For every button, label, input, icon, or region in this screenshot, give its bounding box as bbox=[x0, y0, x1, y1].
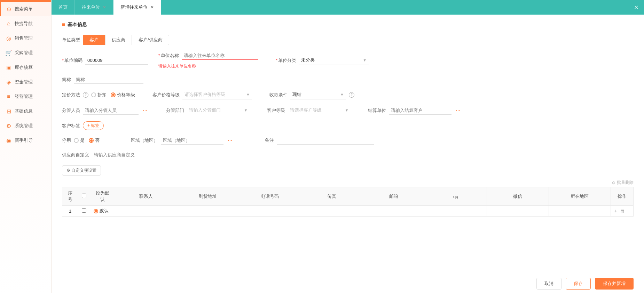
unit-type-group: 客户 供应商 客户/供应商 bbox=[83, 35, 169, 45]
sidebar-item-basic[interactable]: ⊞ 基础信息 bbox=[0, 104, 51, 119]
pricing-level-radio[interactable] bbox=[111, 92, 116, 97]
manager-input[interactable] bbox=[83, 106, 139, 115]
row-check[interactable] bbox=[78, 206, 90, 217]
unit-name-input[interactable] bbox=[182, 51, 258, 60]
row-wechat[interactable] bbox=[487, 206, 549, 217]
row-delete-button[interactable]: 🗑 bbox=[620, 208, 625, 214]
pricing-help-icon[interactable]: ? bbox=[83, 92, 88, 98]
sidebar-item-label: 快捷导航 bbox=[15, 21, 33, 27]
manager-more-icon[interactable]: ··· bbox=[141, 107, 149, 114]
unit-type-customer[interactable]: 客户 bbox=[83, 35, 105, 45]
save-new-button[interactable]: 保存并新增 bbox=[595, 278, 634, 290]
short-name-input[interactable] bbox=[74, 75, 143, 84]
customer-level-select[interactable]: 请选择客户等级 ▼ bbox=[288, 106, 351, 115]
disabled-no[interactable]: 否 bbox=[89, 137, 100, 144]
payment-help-icon[interactable]: ? bbox=[349, 92, 354, 98]
short-name-label: 简称 bbox=[62, 76, 71, 83]
pricing-discount[interactable]: 折扣 bbox=[91, 92, 107, 98]
disabled-yes[interactable]: 是 bbox=[74, 137, 85, 144]
sidebar-item-finance[interactable]: ◈ 资金管理 bbox=[0, 75, 51, 89]
sidebar-item-search[interactable]: ⊙ 搜索菜单 bbox=[0, 2, 51, 16]
sidebar-item-purchase[interactable]: 🛒 采购管理 bbox=[0, 46, 51, 60]
select-all-checkbox[interactable] bbox=[82, 194, 86, 198]
disabled-no-radio[interactable] bbox=[89, 138, 94, 143]
disabled-no-label: 否 bbox=[95, 137, 100, 144]
col-contact: 联系人 bbox=[115, 187, 177, 206]
disabled-yes-radio[interactable] bbox=[74, 138, 79, 143]
cancel-button[interactable]: 取消 bbox=[536, 278, 561, 290]
customer-price-level-select[interactable]: 请选择客户价格等级 ▼ bbox=[182, 90, 252, 99]
row-phone[interactable] bbox=[239, 206, 301, 217]
contact-input[interactable] bbox=[119, 209, 173, 214]
sidebar-item-guide[interactable]: ◉ 新手引导 bbox=[0, 133, 51, 148]
tab-home[interactable]: 首页 bbox=[52, 0, 75, 15]
col-address: 到货地址 bbox=[177, 187, 239, 206]
close-all-button[interactable]: ✕ bbox=[628, 0, 644, 15]
col-seq: 序号 bbox=[62, 187, 78, 206]
pricing-discount-radio[interactable] bbox=[91, 92, 96, 97]
sidebar-item-label: 经营管理 bbox=[15, 93, 33, 100]
settlement-unit-label: 结算单位 bbox=[368, 107, 386, 114]
department-field: 分管部门 请输入分管部门 ▼ bbox=[166, 106, 250, 115]
row-address[interactable] bbox=[177, 206, 239, 217]
save-button[interactable]: 保存 bbox=[566, 278, 591, 290]
phone-input[interactable] bbox=[243, 209, 297, 214]
tabs-bar: 首页 往来单位 ✕ 新增往来单位 ✕ ✕ bbox=[52, 0, 644, 15]
finance-icon: ◈ bbox=[6, 79, 12, 85]
sidebar-item-quick-nav[interactable]: ⌂ 快捷导航 bbox=[0, 16, 51, 31]
wechat-input[interactable] bbox=[490, 209, 545, 214]
supplier-custom-input[interactable] bbox=[92, 151, 168, 159]
settlement-more-icon[interactable]: ··· bbox=[454, 107, 462, 114]
unit-type-supplier[interactable]: 供应商 bbox=[105, 35, 132, 45]
sidebar-item-label: 采购管理 bbox=[15, 50, 33, 56]
pricing-level[interactable]: 价格等级 bbox=[111, 92, 135, 98]
unit-code-input[interactable] bbox=[85, 56, 148, 65]
sidebar-item-sales[interactable]: ◎ 销售管理 bbox=[0, 31, 51, 46]
col-check[interactable] bbox=[78, 187, 90, 206]
unit-type-both[interactable]: 客户/供应商 bbox=[132, 35, 169, 45]
row-email[interactable] bbox=[363, 206, 425, 217]
sidebar-item-inventory[interactable]: ▣ 库存核算 bbox=[0, 60, 51, 75]
manager-row: 分管人员 ··· 分管部门 请输入分管部门 ▼ 客户等级 请选择客户等级 ▼ bbox=[62, 106, 634, 115]
bulk-delete-button[interactable]: ⊘ 批量删除 bbox=[612, 180, 634, 186]
bottom-bar: 取消 保存 保存并新增 bbox=[52, 274, 644, 293]
row-contact[interactable] bbox=[115, 206, 177, 217]
row-checkbox[interactable] bbox=[82, 208, 86, 213]
tab-counterparty-close[interactable]: ✕ bbox=[103, 5, 106, 10]
add-tag-button[interactable]: + 标签 bbox=[83, 121, 104, 130]
row-region[interactable] bbox=[549, 206, 611, 217]
sidebar-item-label: 新手引导 bbox=[15, 137, 33, 144]
region-field: 区域（地区） ··· bbox=[131, 136, 234, 145]
unit-category-select[interactable]: 未分类 ▼ bbox=[299, 56, 369, 65]
unit-name-error: 请输入往来单位名称 bbox=[158, 63, 196, 69]
sidebar-item-system[interactable]: ⚙ 系统管理 bbox=[0, 119, 51, 133]
fax-input[interactable] bbox=[305, 209, 359, 214]
note-input[interactable] bbox=[277, 136, 374, 145]
tab-counterparty[interactable]: 往来单位 ✕ bbox=[75, 0, 113, 15]
customer-price-level-placeholder: 请选择客户价格等级 bbox=[184, 91, 225, 98]
tab-new-counterparty-close[interactable]: ✕ bbox=[150, 5, 154, 10]
department-placeholder: 请输入分管部门 bbox=[189, 107, 221, 113]
payment-terms-select[interactable]: 现结 ▼ bbox=[290, 90, 346, 99]
email-input[interactable] bbox=[367, 209, 421, 214]
settlement-unit-input[interactable] bbox=[389, 106, 451, 115]
section-title-text: 基本信息 bbox=[68, 22, 87, 28]
payment-terms-chevron: ▼ bbox=[340, 92, 344, 97]
row-qq[interactable] bbox=[425, 206, 487, 217]
row-add-button[interactable]: + bbox=[614, 208, 617, 214]
inventory-icon: ▣ bbox=[6, 64, 12, 71]
department-select[interactable]: 请输入分管部门 ▼ bbox=[187, 106, 250, 115]
settings-button[interactable]: ⚙ 自定义项设置 bbox=[62, 165, 101, 176]
disabled-row: 停用 是 否 区域（地区） ··· 备注 bbox=[62, 136, 634, 145]
row-region-input[interactable] bbox=[552, 209, 607, 214]
table-row: 1 默认 bbox=[62, 206, 634, 217]
sidebar-item-operation[interactable]: ≡ 经营管理 bbox=[0, 89, 51, 104]
region-more-icon[interactable]: ··· bbox=[226, 137, 234, 144]
customer-level-placeholder: 请选择客户等级 bbox=[290, 107, 322, 113]
row-default-radio[interactable] bbox=[94, 209, 98, 213]
qq-input[interactable] bbox=[429, 209, 483, 214]
region-input[interactable] bbox=[161, 136, 223, 145]
tab-new-counterparty[interactable]: 新增往来单位 ✕ bbox=[113, 0, 161, 15]
row-fax[interactable] bbox=[301, 206, 363, 217]
address-input[interactable] bbox=[181, 209, 235, 214]
